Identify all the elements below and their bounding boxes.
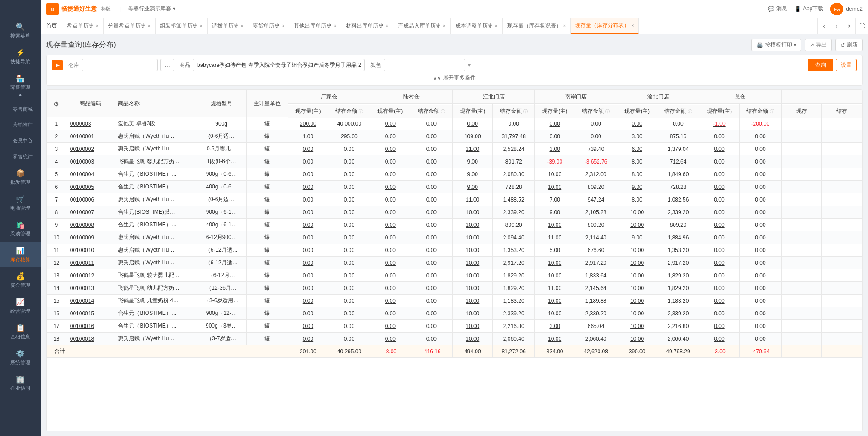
cell-code[interactable]: 00100002 xyxy=(66,143,114,155)
export-btn[interactable]: ↗ 导出 xyxy=(805,39,832,51)
cell-lu-stock[interactable]: 0.00 xyxy=(370,307,410,320)
cell-jiangbei-stock[interactable]: 10.00 xyxy=(453,320,493,333)
cell-yubei-stock[interactable]: 10.00 xyxy=(617,244,657,257)
tab-sub-count-close[interactable]: × xyxy=(148,23,151,28)
cell-total-stock[interactable]: 0.00 xyxy=(699,181,740,193)
cell-total-stock[interactable]: 0.00 xyxy=(699,244,740,257)
cell-nanan-stock[interactable]: 11.00 xyxy=(535,282,575,295)
cell-yubei-stock[interactable]: 10.00 xyxy=(617,333,657,345)
gear-button[interactable]: ⚙ xyxy=(53,100,59,108)
tab-stock-dist[interactable]: 现存量（库存分布表） × xyxy=(571,18,639,34)
sidebar-item-marketing[interactable]: 营销推广 xyxy=(0,117,41,133)
tab-material-out[interactable]: 材料出库单历史 × xyxy=(341,18,393,34)
cell-total-stock[interactable]: 0.00 xyxy=(699,219,740,231)
sidebar-item-finance[interactable]: 💰 资金管理 xyxy=(0,267,41,293)
user-area[interactable]: Ea demo2 xyxy=(830,3,863,15)
tab-stock-status[interactable]: 现存量（库存状况表） × xyxy=(503,18,571,34)
sidebar-item-retail[interactable]: 🏪 零售管理 ▲ xyxy=(0,70,41,101)
cell-jiangbei-stock[interactable]: 11.00 xyxy=(453,193,493,206)
nav-prev-arrow[interactable]: ‹ xyxy=(817,18,830,34)
cell-nanan-stock[interactable]: 0.00 xyxy=(535,117,575,130)
cell-nanan-stock[interactable]: -39.00 xyxy=(535,155,575,168)
sidebar-item-corp[interactable]: 🏢 企业协同 xyxy=(0,370,41,396)
cell-nanan-stock[interactable]: 10.00 xyxy=(535,257,575,269)
cell-jiangbei-stock[interactable]: 10.00 xyxy=(453,219,493,231)
cell-yubei-stock[interactable]: 10.00 xyxy=(617,257,657,269)
cell-jiangbei-stock[interactable]: 10.00 xyxy=(453,282,493,295)
nav-expand-arrow[interactable]: ⛶ xyxy=(855,18,868,34)
cell-yubei-stock[interactable]: 10.00 xyxy=(617,219,657,231)
tab-cost-adjust-close[interactable]: × xyxy=(495,23,498,28)
sidebar-item-operation[interactable]: 📈 经营管理 xyxy=(0,293,41,319)
cell-total-stock[interactable]: 0.00 xyxy=(699,320,740,333)
cell-jiangbei-stock[interactable]: 10.00 xyxy=(453,206,493,219)
cell-total-stock[interactable]: -1.00 xyxy=(699,117,740,130)
cell-yubei-stock[interactable]: 10.00 xyxy=(617,295,657,307)
settings-btn[interactable]: 设置 xyxy=(836,59,857,71)
cell-lu-stock[interactable]: 0.00 xyxy=(370,244,410,257)
cell-lu-stock[interactable]: 0.00 xyxy=(370,193,410,206)
cell-lu-stock[interactable]: 0.00 xyxy=(370,143,410,155)
cell-code[interactable]: 00100011 xyxy=(66,257,114,269)
expand-more-row[interactable]: ∨∨ 展开更多条件 xyxy=(52,74,857,82)
tab-adjust-single[interactable]: 调拨单历史 × xyxy=(208,18,249,34)
cell-factory-stock[interactable]: 0.00 xyxy=(288,155,328,168)
cell-nanan-stock[interactable]: 10.00 xyxy=(535,333,575,345)
tab-other-out-close[interactable]: × xyxy=(334,23,336,28)
cell-nanan-stock[interactable]: 10.00 xyxy=(535,269,575,282)
col-header-gear[interactable]: ⚙ xyxy=(47,90,66,117)
cell-factory-stock[interactable]: 0.00 xyxy=(288,231,328,244)
cell-lu-stock[interactable]: 0.00 xyxy=(370,269,410,282)
cell-code[interactable]: 00100009 xyxy=(66,231,114,244)
sidebar-item-retail-stat[interactable]: 零售统计 xyxy=(0,149,41,164)
cell-yubei-stock[interactable]: 8.00 xyxy=(617,168,657,181)
cell-total-stock[interactable]: 0.00 xyxy=(699,193,740,206)
cell-lu-stock[interactable]: 0.00 xyxy=(370,333,410,345)
cell-yubei-stock[interactable]: 10.00 xyxy=(617,206,657,219)
color-dropdown-icon[interactable]: ▾ xyxy=(468,62,471,68)
cell-code[interactable]: 00100018 xyxy=(66,333,114,345)
warehouse-input[interactable] xyxy=(82,59,158,71)
cell-factory-stock[interactable]: 0.00 xyxy=(288,206,328,219)
cell-nanan-stock[interactable]: 11.00 xyxy=(535,231,575,244)
jiangbei-bal-info[interactable]: ⓘ xyxy=(523,109,528,114)
cell-factory-stock[interactable]: 0.00 xyxy=(288,282,328,295)
tab-demand-single-close[interactable]: × xyxy=(282,23,284,28)
cell-nanan-stock[interactable]: 9.00 xyxy=(535,206,575,219)
cell-factory-stock[interactable]: 0.00 xyxy=(288,168,328,181)
cell-code[interactable]: 00100007 xyxy=(66,206,114,219)
nav-close-all[interactable]: × xyxy=(843,18,855,34)
sidebar-item-search[interactable]: 🔍 搜索英单 xyxy=(0,18,41,44)
cell-lu-stock[interactable]: 0.00 xyxy=(370,257,410,269)
cell-code[interactable]: 00100006 xyxy=(66,193,114,206)
cell-nanan-stock[interactable]: 10.00 xyxy=(535,168,575,181)
cell-total-stock[interactable]: 0.00 xyxy=(699,257,740,269)
cell-factory-stock[interactable]: 0.00 xyxy=(288,143,328,155)
tab-count-single[interactable]: 盘点单历史 × xyxy=(62,18,104,34)
app-download-btn[interactable]: 📱 App下载 xyxy=(794,5,823,13)
cell-yubei-stock[interactable]: 0.00 xyxy=(617,117,657,130)
cell-total-stock[interactable]: 0.00 xyxy=(699,168,740,181)
tab-sub-count[interactable]: 分量盘点单历史 × xyxy=(104,18,156,34)
cell-factory-stock[interactable]: 0.00 xyxy=(288,219,328,231)
cell-factory-stock[interactable]: 0.00 xyxy=(288,320,328,333)
sidebar-item-purchase[interactable]: 🛍️ 采购管理 xyxy=(0,216,41,242)
cell-jiangbei-stock[interactable]: 9.00 xyxy=(453,155,493,168)
cell-nanan-stock[interactable]: 10.00 xyxy=(535,219,575,231)
tab-stock-dist-close[interactable]: × xyxy=(631,23,634,28)
cell-factory-stock[interactable]: 200.00 xyxy=(288,117,328,130)
cell-factory-stock[interactable]: 0.00 xyxy=(288,181,328,193)
cell-jiangbei-stock[interactable]: 10.00 xyxy=(453,231,493,244)
cell-lu-stock[interactable]: 0.00 xyxy=(370,206,410,219)
cell-jiangbei-stock[interactable]: 10.00 xyxy=(453,244,493,257)
tab-home[interactable]: 首页 xyxy=(41,22,62,30)
tab-adjust-single-close[interactable]: × xyxy=(241,23,244,28)
cell-yubei-stock[interactable]: 10.00 xyxy=(617,269,657,282)
cell-nanan-stock[interactable]: 3.00 xyxy=(535,320,575,333)
cell-code[interactable]: 00100003 xyxy=(66,155,114,168)
cell-lu-stock[interactable]: 0.00 xyxy=(370,168,410,181)
cell-factory-stock[interactable]: 0.00 xyxy=(288,269,328,282)
cell-nanan-stock[interactable]: 10.00 xyxy=(535,307,575,320)
cell-code[interactable]: 00100005 xyxy=(66,181,114,193)
cell-factory-stock[interactable]: 0.00 xyxy=(288,333,328,345)
